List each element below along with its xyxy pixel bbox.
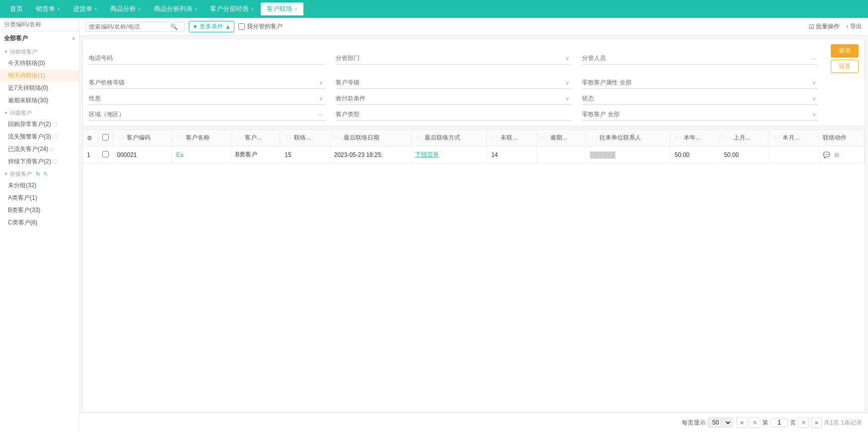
- close-icon[interactable]: ×: [138, 6, 141, 12]
- search-icon[interactable]: 🔍: [170, 23, 178, 30]
- filter-row-1: 电话号码 分管部门 ∨ 分管人员 ··· 查询 设置: [89, 44, 859, 73]
- group-label-value[interactable]: 价值客户 ↻ ✎: [0, 168, 79, 179]
- nav-item-analysis[interactable]: 商品分析 ×: [104, 2, 147, 15]
- chat-icon[interactable]: 💬: [823, 151, 830, 158]
- th-name[interactable]: 客户名称: [172, 130, 231, 146]
- th-this-month[interactable]: 本月...: [769, 130, 818, 146]
- nav-item-customer-tier[interactable]: 客户分层经营 ×: [204, 2, 260, 15]
- sidebar-item-label: 今天待联络(0): [8, 59, 45, 68]
- my-customers-checkbox[interactable]: [238, 23, 245, 30]
- th-last-method[interactable]: 最后联络方式: [411, 130, 487, 146]
- filter-actions: 查询 设置: [825, 44, 859, 73]
- close-icon[interactable]: ×: [57, 6, 60, 12]
- next-page-btn[interactable]: >: [798, 417, 809, 428]
- info-icon: ⓘ: [52, 134, 57, 141]
- sidebar: 🔍 全部客户 « 待联络客户 今天待联络(0) 明天待联络(1) 近7天待联络(…: [0, 18, 79, 432]
- group-label-problem[interactable]: 问题客户: [0, 107, 79, 118]
- th-code[interactable]: 客户编码: [113, 130, 172, 146]
- sidebar-item-class-a[interactable]: A类客户(1): [0, 192, 79, 204]
- nav-item-customer-contact[interactable]: 客户联络 ×: [261, 2, 303, 15]
- td-overdue: [536, 146, 585, 163]
- td-last-method[interactable]: 下销货单: [411, 146, 487, 163]
- sidebar-item-class-b[interactable]: B类客户(33): [0, 204, 79, 216]
- ellipsis-icon: ···: [811, 55, 816, 62]
- sidebar-item-churn-warning[interactable]: 流失预警客户(3) ⓘ: [0, 131, 79, 143]
- page-total: 共1页 1条记录: [824, 419, 862, 427]
- sidebar-item-overdue[interactable]: 逾期未联络(30): [0, 94, 79, 107]
- edit-icon[interactable]: ✎: [43, 171, 48, 177]
- sidebar-search-wrap: 🔍: [0, 18, 79, 31]
- group-label-problem-text: 问题客户: [10, 109, 32, 117]
- sidebar-item-unclassified[interactable]: 未分组(32): [0, 179, 79, 192]
- nav-item-sales[interactable]: 销货单 ×: [30, 2, 66, 15]
- nav-item-home[interactable]: 首页: [4, 2, 29, 15]
- sidebar-item-tomorrow[interactable]: 明天待联络(1): [0, 70, 79, 82]
- th-type[interactable]: 客户...: [231, 130, 280, 146]
- filter-icon: ▼: [192, 23, 198, 30]
- my-customers-label: 我分管的客户: [247, 22, 283, 31]
- last-page-icon: »: [815, 419, 818, 426]
- th-contact-count[interactable]: 联络...: [281, 130, 330, 146]
- th-overdue[interactable]: 逾期...: [536, 130, 585, 146]
- page-label: 第: [762, 419, 768, 427]
- first-page-icon: «: [740, 419, 744, 426]
- th-settings[interactable]: ⚙: [83, 130, 98, 146]
- export-btn[interactable]: ↑ 导出: [846, 22, 862, 31]
- nav-item-analysis-list[interactable]: 商品分析列表 ×: [148, 2, 204, 15]
- all-customers-label: 全部客户: [4, 34, 28, 43]
- chevron-down-icon: ∨: [566, 80, 569, 85]
- filter-scatter-attr-label: 零散客户属性 全部: [582, 78, 631, 87]
- group-label-pending[interactable]: 待联络客户: [0, 46, 79, 57]
- nav-label-purchase: 进货单: [73, 4, 92, 13]
- prev-page-btn[interactable]: <: [749, 417, 760, 428]
- th-contact-person[interactable]: 往来单位联系人: [586, 130, 670, 146]
- nav-item-purchase[interactable]: 进货单 ×: [67, 2, 103, 15]
- search-input[interactable]: [89, 23, 168, 30]
- sidebar-item-churned[interactable]: 已流失客户(24) ⓘ: [0, 143, 79, 155]
- info-icon: ⓘ: [52, 158, 57, 165]
- query-button[interactable]: 查询: [831, 44, 859, 58]
- grid-icon[interactable]: ⊞: [834, 151, 839, 158]
- last-page-btn[interactable]: »: [811, 417, 822, 428]
- chevron-down-icon: ∨: [812, 96, 816, 101]
- close-icon[interactable]: ×: [251, 6, 254, 12]
- refresh-icon[interactable]: ↻: [36, 171, 40, 177]
- sidebar-item-class-c[interactable]: C类客户(6): [0, 216, 79, 229]
- sidebar-item-label: 近7天待联络(0): [8, 84, 48, 92]
- sidebar-item-label: A类客户(1): [8, 194, 37, 202]
- page-input[interactable]: [770, 418, 788, 427]
- td-name[interactable]: Ea: [172, 146, 231, 163]
- filter-btn[interactable]: ▼ 更多条件 ▲: [189, 21, 234, 32]
- td-code: 000021: [113, 146, 172, 163]
- close-icon[interactable]: ×: [294, 6, 297, 12]
- page-size-label: 每页显示: [682, 419, 706, 427]
- row-checkbox[interactable]: [102, 151, 109, 157]
- sidebar-item-week[interactable]: 近7天待联络(0): [0, 82, 79, 94]
- close-icon[interactable]: ×: [195, 6, 198, 12]
- batch-op-btn[interactable]: ☑ 批量操作: [809, 22, 840, 31]
- toolbar-right: ☑ 批量操作 ↑ 导出: [809, 22, 862, 31]
- collapse-icon: «: [72, 36, 75, 41]
- sidebar-item-declining[interactable]: 持续下滑客户(2) ⓘ: [0, 155, 79, 168]
- th-unlisted[interactable]: 未联...: [487, 130, 536, 146]
- filter-panel: 电话号码 分管部门 ∨ 分管人员 ··· 查询 设置: [82, 39, 865, 126]
- select-all-checkbox[interactable]: [102, 134, 109, 141]
- last-method-link[interactable]: 下销货单: [415, 151, 439, 158]
- sidebar-search-input[interactable]: [4, 21, 78, 28]
- page-nav: « < 第 页 > » 共1页 1条记录: [736, 417, 862, 428]
- page-size-select[interactable]: 50 100 200: [708, 418, 732, 428]
- sidebar-item-today[interactable]: 今天待联络(0): [0, 57, 79, 70]
- td-type: B类客户: [231, 146, 280, 163]
- th-last-month[interactable]: 上月...: [720, 130, 769, 146]
- filter-dept-label: 分管部门: [336, 54, 365, 63]
- sidebar-item-repurchase-abnormal[interactable]: 回购异常客户(2) ⓘ: [0, 118, 79, 131]
- sidebar-item-label: 持续下滑客户(2): [8, 157, 51, 166]
- th-this-year[interactable]: 本年...: [670, 130, 720, 146]
- content-area: 🔍 ▼ 更多条件 ▲ 我分管的客户 ☑ 批量操作 ↑ 导出: [79, 18, 868, 432]
- first-page-btn[interactable]: «: [736, 417, 747, 428]
- all-customers-header[interactable]: 全部客户 «: [0, 31, 79, 46]
- th-last-date[interactable]: 最后联络日期: [330, 130, 411, 146]
- settings-button[interactable]: 设置: [831, 60, 859, 73]
- filter-status: 状态 ∨: [582, 93, 819, 105]
- close-icon[interactable]: ×: [94, 6, 97, 12]
